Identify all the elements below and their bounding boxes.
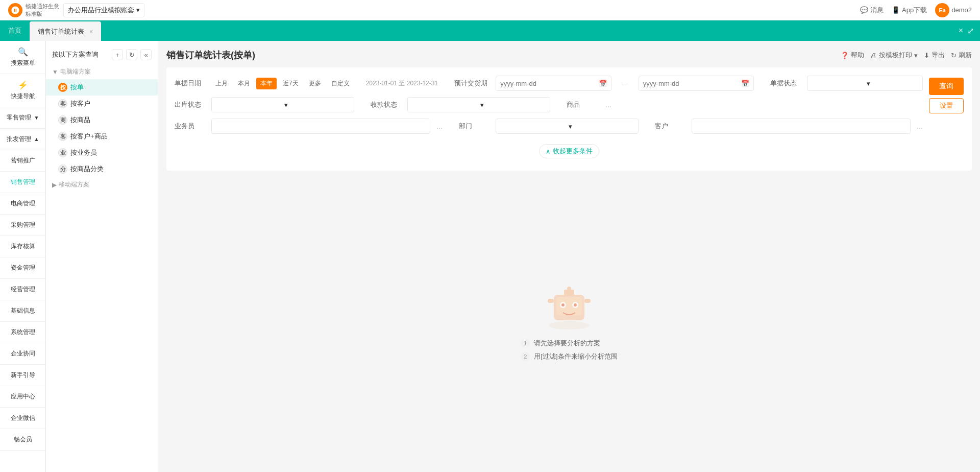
right-buttons: 查询 设置	[929, 76, 964, 113]
refresh-scheme-button[interactable]: ↻	[126, 49, 137, 60]
app-download-action[interactable]: 📱 App下载	[892, 6, 927, 15]
top-bar: 畅捷通好生意 标准版 办公用品行业模拟账套 ▾ 💬 消息 📱 App下载 Ea …	[0, 0, 980, 20]
product-ellipsis-btn[interactable]: ...	[605, 101, 611, 109]
tree-item-by-product[interactable]: 商 按商品	[46, 112, 158, 128]
add-scheme-button[interactable]: +	[112, 49, 123, 60]
content-area: 按以下方案查询 + ↻ « ▼ 电脑端方案 按 按单 客 按客户 商	[46, 41, 980, 472]
tab-minimize-icon[interactable]: ×	[959, 26, 963, 35]
sidebar-item-ecommerce[interactable]: 电商管理	[0, 193, 45, 215]
page-title-row: 销售订单统计表(按单) ❓ 帮助 🖨 按模板打印 ▾ ⬇	[166, 49, 972, 61]
export-button[interactable]: ⬇ 导出	[924, 51, 945, 60]
top-bar-right: 💬 消息 📱 App下载 Ea demo2	[860, 3, 972, 17]
sidebar-item-retail[interactable]: 零售管理 ▼	[0, 107, 45, 129]
expected-delivery-from[interactable]: 📅	[496, 76, 611, 91]
calendar-from-icon[interactable]: 📅	[599, 80, 607, 87]
tree-item-by-salesperson[interactable]: 业 按业务员	[46, 145, 158, 161]
right-panel-inner: 销售订单统计表(按单) ❓ 帮助 🖨 按模板打印 ▾ ⬇	[158, 41, 980, 472]
help-button[interactable]: ❓ 帮助	[841, 51, 864, 60]
settings-button[interactable]: 设置	[929, 98, 964, 113]
date-tab-last-7-days[interactable]: 近7天	[279, 78, 303, 89]
pc-section-chevron: ▼	[52, 68, 58, 76]
wholesale-arrow-icon: ▲	[34, 136, 39, 142]
right-panel: 销售订单统计表(按单) ❓ 帮助 🖨 按模板打印 ▾ ⬇	[158, 41, 980, 472]
sidebar-item-vip[interactable]: 畅会员	[0, 429, 45, 451]
tree-item-by-order[interactable]: 按 按单	[46, 79, 158, 96]
salesperson-input[interactable]	[211, 119, 430, 134]
tree-item-by-product-category[interactable]: 分 按商品分类	[46, 161, 158, 177]
tab-close-icon[interactable]: ×	[89, 28, 93, 35]
sidebar-item-wholesale[interactable]: 批发管理 ▲	[0, 129, 45, 150]
sidebar-item-marketing[interactable]: 营销推广	[0, 150, 45, 172]
customer-input[interactable]	[692, 119, 911, 134]
sidebar: 🔍 搜索菜单 ⚡ 快捷导航 零售管理 ▼ 批发管理 ▲ 营销推广 销售管理 电商…	[0, 41, 46, 472]
tab-home[interactable]: 首页	[0, 20, 30, 41]
date-tab-this-year[interactable]: 本年	[256, 78, 277, 89]
payment-status-select[interactable]: ▾	[407, 97, 550, 112]
sidebar-item-inventory[interactable]: 库存核算	[0, 236, 45, 257]
sidebar-item-system[interactable]: 系统管理	[0, 322, 45, 343]
sidebar-item-enterprise[interactable]: 企业协同	[0, 343, 45, 365]
department-label: 部门	[459, 122, 487, 131]
expected-delivery-to-input[interactable]	[643, 80, 739, 87]
sidebar-item-finance[interactable]: 资金管理	[0, 257, 45, 279]
empty-illustration	[538, 279, 600, 331]
tree-item-by-customer[interactable]: 客 按客户	[46, 96, 158, 112]
tip-num-1: 1	[521, 339, 530, 348]
svg-point-6	[574, 303, 577, 306]
sidebar-item-quick-nav[interactable]: ⚡ 快捷导航	[0, 74, 45, 107]
print-icon: 🖨	[870, 52, 877, 59]
refresh-button[interactable]: ↻ 刷新	[951, 51, 972, 60]
page-title: 销售订单统计表(按单)	[166, 49, 255, 61]
expected-delivery-to[interactable]: 📅	[639, 76, 754, 91]
delivery-status-select[interactable]: ▾	[211, 97, 354, 112]
query-button[interactable]: 查询	[929, 78, 964, 95]
payment-status-label: 收款状态	[371, 100, 399, 109]
by-product-category-icon: 分	[58, 164, 67, 174]
customer-ellipsis-btn[interactable]: ...	[917, 122, 923, 130]
by-salesperson-icon: 业	[58, 148, 67, 157]
sidebar-item-app-center[interactable]: 应用中心	[0, 386, 45, 408]
date-tab-more[interactable]: 更多	[305, 78, 325, 89]
tab-expand-icon[interactable]: ⤢	[967, 26, 974, 36]
date-tab-this-month[interactable]: 本月	[234, 78, 254, 89]
doc-status-select[interactable]: ▾	[807, 76, 923, 91]
by-product-icon: 商	[58, 115, 67, 125]
panel-header-actions: + ↻ «	[112, 49, 152, 60]
tree-item-by-customer-product[interactable]: 客 按客户+商品	[46, 128, 158, 145]
calendar-to-icon[interactable]: 📅	[741, 80, 749, 87]
account-selector[interactable]: 办公用品行业模拟账套 ▾	[63, 3, 144, 17]
expected-delivery-label: 预计交货期	[454, 79, 487, 88]
sidebar-item-purchase[interactable]: 采购管理	[0, 215, 45, 236]
template-print-button[interactable]: 🖨 按模板打印 ▾	[870, 51, 918, 60]
message-action[interactable]: 💬 消息	[860, 6, 884, 15]
delivery-status-label: 出库状态	[175, 100, 203, 109]
left-panel: 按以下方案查询 + ↻ « ▼ 电脑端方案 按 按单 客 按客户 商	[46, 41, 158, 472]
svg-rect-9	[548, 299, 554, 303]
sidebar-item-wechat[interactable]: 企业微信	[0, 408, 45, 429]
salesperson-ellipsis-btn[interactable]: ...	[436, 122, 443, 130]
department-select[interactable]: ▾	[496, 119, 639, 134]
sidebar-item-search[interactable]: 🔍 搜索菜单	[0, 41, 45, 74]
pc-section-header: ▼ 电脑端方案	[46, 64, 158, 79]
empty-tip-2: 2 用[过滤]条件来缩小分析范围	[521, 352, 617, 361]
mobile-section-chevron: ▶	[52, 181, 57, 188]
sidebar-item-newbie[interactable]: 新手引导	[0, 365, 45, 386]
user-area[interactable]: Ea demo2	[935, 3, 972, 17]
svg-point-0	[549, 321, 590, 329]
message-icon: 💬	[860, 6, 868, 14]
sidebar-item-operations[interactable]: 经营管理	[0, 279, 45, 300]
delivery-arrow-icon: ▾	[284, 101, 350, 109]
date-label: 单据日期	[175, 79, 203, 88]
date-tab-custom[interactable]: 自定义	[327, 78, 354, 89]
dropdown-chevron-icon: ▾	[136, 6, 140, 14]
collapse-row: ∧ 收起更多条件	[175, 140, 964, 162]
tab-sales-order-stats[interactable]: 销售订单统计表 ×	[30, 21, 101, 42]
date-tab-last-month[interactable]: 上月	[211, 78, 232, 89]
logo-area: 畅捷通好生意 标准版	[8, 3, 59, 17]
collapse-button[interactable]: ∧ 收起更多条件	[539, 144, 599, 158]
sidebar-item-basic-info[interactable]: 基础信息	[0, 300, 45, 322]
collapse-panel-button[interactable]: «	[140, 49, 152, 60]
expected-delivery-from-input[interactable]	[500, 80, 596, 87]
by-customer-product-icon: 客	[58, 132, 67, 141]
sidebar-item-sales[interactable]: 销售管理	[0, 172, 45, 193]
